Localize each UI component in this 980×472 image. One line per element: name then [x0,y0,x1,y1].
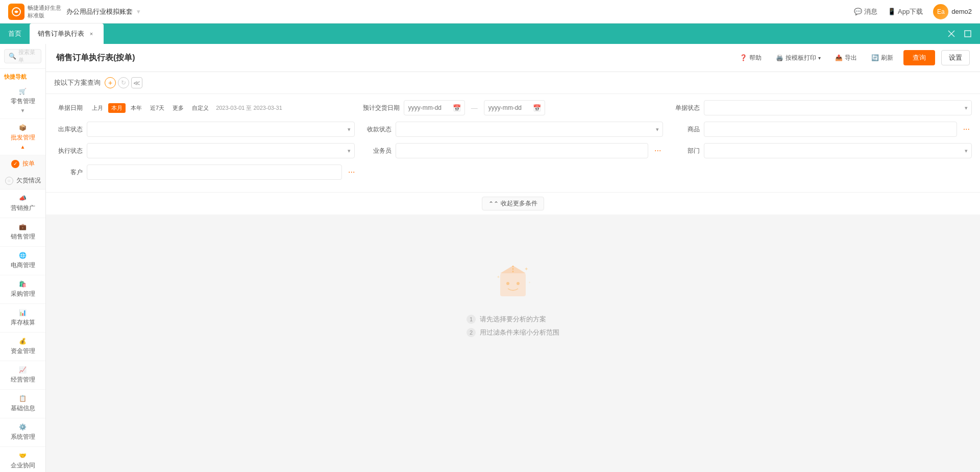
page-title: 销售订单执行表(按单) [56,53,135,63]
filter-collapse-button[interactable]: ≪ [131,77,142,88]
sidebar-item-system[interactable]: ⚙️ 系统管理 [0,418,45,447]
empty-tips: 1 请先选择要分析的方案 2 用过滤条件来缩小分析范围 [467,315,559,337]
filter-header: 按以下方案查询 + ↻ ≪ [46,72,980,94]
user-profile[interactable]: Ea demo2 [933,4,972,19]
sidebar-sub-item-owe[interactable]: ○ 欠货情况 [0,172,45,189]
filter-panel: 按以下方案查询 + ↻ ≪ 单据日期 上月 本月 本年 近7天 更多 [46,72,980,215]
wholesale-sub-menu: ✓ 按单 ○ 欠货情况 [0,155,45,190]
filter-field-out-status: 出库状态 ▾ [54,122,355,137]
top-bar-right: 💬 消息 📱 App下载 Ea demo2 [854,4,972,19]
date-from-wrapper: 📅 [404,100,465,115]
salesman-input[interactable] [396,143,648,158]
top-bar: 畅捷通好生意 标准版 办公用品行业模拟账套 ▾ 💬 消息 📱 App下载 Ea … [0,0,980,23]
help-button[interactable]: ❓ 帮助 [736,52,766,64]
filter-row-3: 执行状态 ▾ 业务员 ··· 部门 [54,143,972,158]
tab-maximize-button[interactable] [962,28,974,40]
date-shortcuts: 上月 本月 本年 近7天 更多 自定义 2023-03-01 至 2023-03… [89,103,282,113]
filter-field-exec-status: 执行状态 ▾ [54,143,355,158]
empty-illustration: ✦ ✦ ✦ [487,255,538,306]
search-menu-box[interactable]: 🔍 搜索菜单 [4,49,41,63]
filter-refresh-button[interactable]: ↻ [118,77,129,88]
main-layout: 🔍 搜索菜单 快捷导航 🛒 零售管理 ▼ 📦 批发管理 ▲ ✓ 按单 ○ 欠货情… [0,44,980,472]
sidebar-item-finance[interactable]: 💰 资金管理 [0,333,45,361]
sidebar-item-basic-info[interactable]: 📋 基础信息 [0,390,45,418]
date-to-input[interactable] [484,100,545,115]
tip-num-1: 1 [467,315,476,324]
filter-row-1: 单据日期 上月 本月 本年 近7天 更多 自定义 2023-03-01 至 20… [54,100,972,115]
shortcut-more[interactable]: 更多 [169,103,187,113]
filter-rows: 单据日期 上月 本月 本年 近7天 更多 自定义 2023-03-01 至 20… [46,94,980,192]
shortcut-this-year[interactable]: 本年 [128,103,145,113]
out-status-select-wrapper: ▾ [87,122,355,137]
filter-field-salesman: 业务员 ··· [363,143,664,158]
out-status-label: 出库状态 [54,125,83,134]
goods-input[interactable] [704,122,957,137]
sidebar-item-wholesale[interactable]: 📦 批发管理 ▲ [0,119,45,155]
sidebar-item-sales[interactable]: 💼 销售管理 [0,218,45,247]
dept-label: 部门 [671,147,700,155]
active-indicator: ✓ [11,160,19,168]
sidebar-search[interactable]: 🔍 搜索菜单 [0,44,45,69]
customer-input[interactable] [87,164,342,180]
search-icon: 🔍 [9,53,16,60]
settings-button[interactable]: 设置 [941,50,970,65]
sidebar-item-inventory[interactable]: 📊 库存核算 [0,304,45,333]
sidebar-item-retail[interactable]: 🛒 零售管理 ▼ [0,83,45,119]
print-icon: 🖨️ [776,54,783,61]
shortcut-7days[interactable]: 近7天 [147,103,167,113]
tab-close-window-button[interactable] [945,28,958,40]
tab-close-icon[interactable]: × [87,30,95,38]
out-status-select[interactable] [87,122,355,137]
template-print-button[interactable]: 🖨️ 按模板打印 ▾ [772,52,825,64]
salesman-more-button[interactable]: ··· [652,146,663,155]
dept-select[interactable] [704,143,972,158]
sidebar-item-operations[interactable]: 📈 经营管理 [0,361,45,390]
logo-text: 畅捷通好生意 标准版 [28,4,61,19]
collapse-more-button[interactable]: ⌃⌃ 收起更多条件 [482,197,544,210]
app-download-button[interactable]: 📱 App下载 [888,7,923,16]
filter-field-receipt-status: 收款状态 ▾ [363,122,664,137]
query-button[interactable]: 查询 [903,50,935,65]
shortcut-last-month[interactable]: 上月 [89,103,106,113]
exec-status-select[interactable] [87,143,355,158]
filter-field-customer: 客户 ··· [54,164,357,180]
bill-status-select[interactable] [704,100,972,115]
customer-more-button[interactable]: ··· [346,168,357,177]
sidebar-item-marketing[interactable]: 📣 营销推广 [0,190,45,218]
filter-field-bill-date: 单据日期 上月 本月 本年 近7天 更多 自定义 2023-03-01 至 20… [54,103,355,113]
sidebar-item-enterprise[interactable]: 🤝 企业协同 [0,447,45,472]
goods-label: 商品 [671,125,700,134]
sidebar-sub-item-by-order[interactable]: ✓ 按单 [0,155,45,172]
exec-status-select-wrapper: ▾ [87,143,355,158]
message-icon: 💬 [854,8,862,15]
shortcut-custom[interactable]: 自定义 [189,103,212,113]
exec-status-label: 执行状态 [54,147,83,155]
filter-field-expected-date: 预计交货日期 📅 — 📅 [363,100,664,115]
export-icon: 📤 [835,54,843,61]
sidebar-item-purchase[interactable]: 🛍️ 采购管理 [0,275,45,304]
tab-home[interactable]: 首页 [0,23,30,44]
filter-field-bill-status: 单据状态 ▾ [671,100,972,115]
filter-add-button[interactable]: + [105,77,116,88]
mobile-icon: 📱 [888,8,896,15]
empty-tip-2: 2 用过滤条件来缩小分析范围 [467,328,559,337]
page-actions: ❓ 帮助 🖨️ 按模板打印 ▾ 📤 导出 🔄 刷新 查询 设置 [736,50,970,65]
date-from-input[interactable] [404,100,465,115]
export-button[interactable]: 📤 导出 [831,52,861,64]
refresh-button[interactable]: 🔄 刷新 [867,52,897,64]
logo-area: 畅捷通好生意 标准版 [8,4,61,20]
filter-row-4: 客户 ··· [54,164,972,180]
bill-date-label: 单据日期 [54,104,83,112]
quick-nav-label: 快捷导航 [0,69,45,83]
message-button[interactable]: 💬 消息 [854,7,877,16]
sidebar-item-ecommerce[interactable]: 🌐 电商管理 [0,247,45,275]
filter-scheme-label: 按以下方案查询 [54,78,101,87]
tab-sales-order[interactable]: 销售订单执行表 × [30,23,104,44]
shortcut-this-month[interactable]: 本月 [108,103,126,113]
collapse-row: ⌃⌃ 收起更多条件 [46,192,980,215]
goods-more-button[interactable]: ··· [961,125,972,134]
help-icon: ❓ [740,54,747,61]
receipt-status-select[interactable] [396,122,664,137]
sidebar: 🔍 搜索菜单 快捷导航 🛒 零售管理 ▼ 📦 批发管理 ▲ ✓ 按单 ○ 欠货情… [0,44,46,472]
expected-date-label: 预计交货日期 [363,104,400,112]
